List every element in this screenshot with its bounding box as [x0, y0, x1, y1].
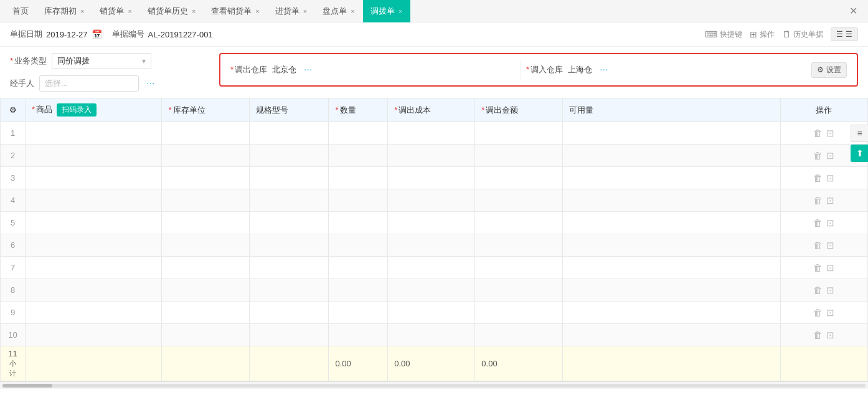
- cell-cost[interactable]: [388, 234, 475, 257]
- business-type-select[interactable]: 同价调拨 ▾: [52, 53, 151, 69]
- tab-sales-history[interactable]: 销货单历史 ×: [140, 0, 204, 22]
- cell-amount[interactable]: [475, 145, 562, 167]
- cell-product[interactable]: [26, 212, 162, 234]
- cell-amount[interactable]: [475, 212, 562, 234]
- delete-row-button[interactable]: 🗑: [813, 128, 823, 138]
- warehouse-in-more-button[interactable]: ···: [597, 64, 610, 75]
- close-inventory-init[interactable]: ×: [80, 7, 84, 15]
- copy-row-button[interactable]: ⊡: [826, 150, 834, 161]
- cell-quantity[interactable]: [329, 212, 388, 234]
- horizontal-scrollbar[interactable]: [0, 381, 868, 389]
- tab-home[interactable]: 首页: [5, 0, 37, 22]
- tab-transfer-order[interactable]: 调拨单 ×: [363, 0, 410, 22]
- cell-product[interactable]: [26, 189, 162, 212]
- cell-cost[interactable]: [388, 212, 475, 234]
- window-close-button[interactable]: ✕: [843, 1, 863, 21]
- close-transfer-order[interactable]: ×: [399, 7, 402, 15]
- delete-row-button[interactable]: 🗑: [813, 195, 823, 206]
- cell-product[interactable]: [26, 302, 162, 324]
- scan-entry-button[interactable]: 扫码录入: [57, 103, 97, 117]
- cell-product[interactable]: [26, 279, 162, 302]
- col-gear[interactable]: ⚙: [1, 98, 26, 122]
- cell-amount[interactable]: [475, 257, 562, 279]
- calendar-icon[interactable]: 📅: [92, 29, 102, 39]
- warehouse-in-value[interactable]: 上海仓: [568, 64, 592, 75]
- cell-amount[interactable]: [475, 122, 562, 145]
- warehouse-out-more-button[interactable]: ···: [301, 64, 314, 75]
- copy-row-button[interactable]: ⊡: [826, 217, 834, 229]
- delete-row-button[interactable]: 🗑: [813, 217, 823, 228]
- history-button[interactable]: 🗒 历史单据: [782, 29, 823, 40]
- cell-cost[interactable]: [388, 257, 475, 279]
- cell-quantity[interactable]: [329, 324, 388, 346]
- cell-amount[interactable]: [475, 234, 562, 257]
- close-view-sales[interactable]: ×: [255, 7, 259, 15]
- copy-row-button[interactable]: ⊡: [826, 307, 834, 318]
- delete-row-button[interactable]: 🗑: [813, 240, 823, 250]
- cell-product[interactable]: [26, 122, 162, 145]
- handler-label: 经手人: [10, 78, 34, 89]
- tab-inventory-init[interactable]: 库存期初 ×: [37, 0, 92, 22]
- cell-cost[interactable]: [388, 189, 475, 212]
- cell-product[interactable]: [26, 257, 162, 279]
- cell-quantity[interactable]: [329, 189, 388, 212]
- cell-product[interactable]: [26, 234, 162, 257]
- copy-row-button[interactable]: ⊡: [826, 195, 834, 206]
- cell-quantity[interactable]: [329, 145, 388, 167]
- cell-product[interactable]: [26, 145, 162, 167]
- copy-row-button[interactable]: ⊡: [826, 262, 834, 274]
- cell-cost[interactable]: [388, 302, 475, 324]
- cell-product[interactable]: [26, 324, 162, 346]
- panel-settings-button[interactable]: ⚙ 设置: [811, 62, 847, 78]
- copy-row-button[interactable]: ⊡: [826, 330, 834, 341]
- close-sales-order[interactable]: ×: [128, 7, 131, 15]
- close-purchase-order[interactable]: ×: [303, 7, 307, 15]
- cell-amount[interactable]: [475, 302, 562, 324]
- settings-button[interactable]: ☰ ☰: [831, 27, 858, 41]
- cell-available: [562, 234, 780, 257]
- copy-row-button[interactable]: ⊡: [826, 173, 834, 184]
- delete-row-button[interactable]: 🗑: [813, 307, 823, 318]
- delete-row-button[interactable]: 🗑: [813, 285, 823, 295]
- cell-quantity[interactable]: [329, 302, 388, 324]
- cell-quantity[interactable]: [329, 279, 388, 302]
- copy-row-button[interactable]: ⊡: [826, 285, 834, 296]
- cell-cost[interactable]: [388, 167, 475, 189]
- delete-row-button[interactable]: 🗑: [813, 330, 823, 340]
- cell-product[interactable]: [26, 167, 162, 189]
- tab-view-sales[interactable]: 查看销货单 ×: [204, 0, 267, 22]
- handler-select[interactable]: 选择...: [39, 75, 139, 92]
- cell-amount[interactable]: [475, 167, 562, 189]
- cell-cost[interactable]: [388, 122, 475, 145]
- tab-inventory-check[interactable]: 盘点单 ×: [315, 0, 362, 22]
- cell-quantity[interactable]: [329, 122, 388, 145]
- sidebar-list-icon[interactable]: ≡: [851, 125, 868, 142]
- cell-cost[interactable]: [388, 324, 475, 346]
- tab-purchase-order[interactable]: 进货单 ×: [268, 0, 315, 22]
- cell-amount[interactable]: [475, 189, 562, 212]
- cell-quantity[interactable]: [329, 167, 388, 189]
- delete-row-button[interactable]: 🗑: [813, 262, 823, 273]
- cell-quantity[interactable]: [329, 234, 388, 257]
- close-sales-history[interactable]: ×: [192, 7, 196, 15]
- cell-quantity[interactable]: [329, 257, 388, 279]
- date-value[interactable]: 2019-12-27: [46, 30, 88, 39]
- cell-unit: [162, 302, 249, 324]
- cell-cost[interactable]: [388, 145, 475, 167]
- close-inventory-check[interactable]: ×: [351, 7, 354, 15]
- delete-row-button[interactable]: 🗑: [813, 173, 823, 183]
- cell-amount[interactable]: [475, 279, 562, 302]
- cell-cost[interactable]: [388, 279, 475, 302]
- copy-row-button[interactable]: ⊡: [826, 128, 834, 139]
- operation-button[interactable]: ⊞ 操作: [750, 29, 775, 40]
- cell-amount[interactable]: [475, 324, 562, 346]
- handler-more-button[interactable]: ···: [144, 78, 157, 89]
- cell-unit: [162, 324, 249, 346]
- shortcut-button[interactable]: ⌨ 快捷键: [705, 29, 742, 40]
- sidebar-expand-icon[interactable]: ⬆: [851, 145, 868, 162]
- copy-row-button[interactable]: ⊡: [826, 240, 834, 251]
- summary-product: [26, 346, 162, 381]
- delete-row-button[interactable]: 🗑: [813, 150, 823, 161]
- warehouse-out-value[interactable]: 北京仓: [272, 64, 296, 75]
- tab-sales-order[interactable]: 销货单 ×: [92, 0, 139, 22]
